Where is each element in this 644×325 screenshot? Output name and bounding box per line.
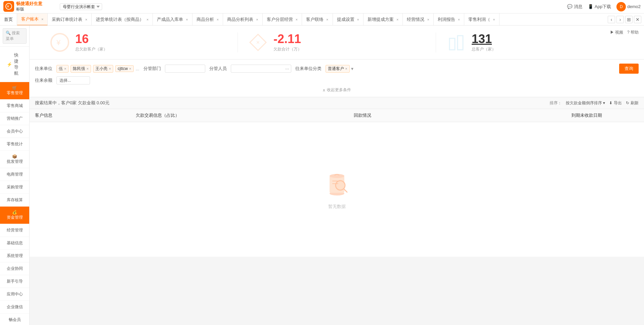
app-download-btn[interactable]: 📱 App下载 bbox=[588, 4, 611, 10]
close-icon[interactable]: × bbox=[357, 17, 359, 22]
close-icon[interactable]: × bbox=[427, 17, 429, 22]
sidebar-item-guide[interactable]: 新手引导 bbox=[0, 275, 29, 288]
close-icon[interactable]: × bbox=[146, 17, 148, 22]
message-btn[interactable]: 💬 消息 bbox=[567, 4, 583, 10]
svg-rect-5 bbox=[449, 38, 455, 50]
collapse-icon: ∧ bbox=[323, 88, 326, 93]
sidebar-item-finance[interactable]: 💰 资金管理 bbox=[0, 207, 29, 224]
col-customer-info: 客户信息 bbox=[35, 112, 136, 118]
sidebar-item-retail-store[interactable]: 零售商城 bbox=[0, 100, 29, 112]
sidebar-item-ecommerce[interactable]: 电商管理 bbox=[0, 168, 29, 181]
tab-more[interactable]: ⊞ bbox=[625, 16, 633, 23]
tab-product-list[interactable]: 商品分析列表 × bbox=[223, 13, 262, 26]
sort-select[interactable]: 按欠款金额倒序排序 ▾ bbox=[566, 100, 605, 106]
sidebar-item-marketing[interactable]: 营销推广 bbox=[0, 112, 29, 125]
close-icon[interactable]: × bbox=[493, 17, 495, 22]
tag-chen-remove[interactable]: × bbox=[86, 67, 88, 71]
wholesale-icon: 📦 bbox=[0, 154, 29, 159]
sidebar-item-basic[interactable]: 基础信息 bbox=[0, 237, 29, 250]
video-btn[interactable]: ▶ 视频 bbox=[610, 30, 623, 35]
sidebar-item-purchase[interactable]: 采购管理 bbox=[0, 181, 29, 194]
sidebar-item-system[interactable]: 系统管理 bbox=[0, 250, 29, 262]
sidebar-item-wholesale[interactable]: 📦 批发管理 bbox=[0, 151, 29, 168]
close-icon[interactable]: × bbox=[296, 17, 298, 22]
basic-label: 基础信息 bbox=[0, 240, 29, 246]
unit-type-arrow[interactable]: ▾ bbox=[351, 66, 353, 71]
header-right: 💬 消息 📱 App下载 D demo2 bbox=[567, 2, 641, 11]
unit-type-remove[interactable]: × bbox=[345, 67, 347, 71]
query-btn[interactable]: 查询 bbox=[619, 64, 639, 74]
tab-business[interactable]: 经营情况 × bbox=[403, 13, 433, 26]
sidebar-item-wechat[interactable]: 企业微信 bbox=[0, 301, 29, 314]
wholesale-label: 批发管理 bbox=[0, 159, 29, 165]
tab-scroll-left[interactable]: ‹ bbox=[608, 16, 615, 23]
close-icon[interactable]: × bbox=[256, 17, 258, 22]
sidebar-item-member[interactable]: 会员中心 bbox=[0, 125, 29, 138]
unit-label: 往来单位 bbox=[35, 66, 52, 72]
close-icon[interactable]: × bbox=[41, 17, 43, 21]
unit-tags: 伍 × 陈民强 × 王小亮 × cjttcw × ... bbox=[56, 65, 139, 73]
product-list-label: 商品分析列表 bbox=[227, 16, 253, 23]
tag-wang-remove[interactable]: × bbox=[109, 67, 111, 71]
retail-stats-label: 零售统计 bbox=[0, 141, 29, 147]
col-due-date: 到期未收款日期 bbox=[571, 112, 639, 118]
close-icon[interactable]: × bbox=[458, 17, 460, 22]
unit-tag-wang: 王小亮 × bbox=[93, 65, 113, 73]
tab-close-all[interactable]: ✕ bbox=[634, 16, 641, 23]
export-btn[interactable]: ⬇ 导出 bbox=[609, 100, 622, 106]
tab-customer-layer[interactable]: 客户分层经营 × bbox=[263, 13, 302, 26]
tab-commission-settings[interactable]: 提成设置 × bbox=[333, 13, 363, 26]
close-icon[interactable]: × bbox=[217, 17, 219, 22]
tab-production[interactable]: 产成品入库单 × bbox=[153, 13, 192, 26]
close-icon[interactable]: × bbox=[186, 17, 188, 22]
results-bar: 搜索结果中，客户0家 欠款金额 0.00元 排序： 按欠款金额倒序排序 ▾ ⬇ … bbox=[30, 97, 644, 109]
tab-purchase-stats[interactable]: 进货单统计表（按商品） × bbox=[92, 13, 153, 26]
sidebar-item-apps[interactable]: 应用中心 bbox=[0, 288, 29, 301]
brand-name: 畅捷通好生意 bbox=[16, 1, 42, 7]
tab-new-commission[interactable]: 新增提成方案 × bbox=[363, 13, 403, 26]
system-label: 系统管理 bbox=[0, 253, 29, 259]
quick-nav-btn[interactable]: ⚡ 快捷导航 bbox=[3, 49, 27, 79]
tag-cj-remove[interactable]: × bbox=[129, 67, 131, 71]
tab-purchase-order[interactable]: 采购订单统计表 × bbox=[48, 13, 91, 26]
collapse-btn[interactable]: ∧ 收起更多条件 bbox=[323, 87, 351, 93]
tab-retail-profit[interactable]: 零售利润（ × bbox=[464, 13, 499, 26]
sidebar-item-vip[interactable]: 畅会员 bbox=[0, 314, 29, 325]
tab-product-analysis[interactable]: 商品分析 × bbox=[192, 13, 223, 26]
balance-select-wrap: 选择... bbox=[56, 76, 90, 84]
tab-home[interactable]: 首页 bbox=[0, 13, 17, 26]
sidebar-item-retail[interactable]: 🛒 零售管理 bbox=[0, 82, 29, 100]
sidebar-item-operations[interactable]: 经营管理 bbox=[0, 224, 29, 237]
search-menu-btn[interactable]: 🔍 搜索菜单 bbox=[3, 28, 27, 44]
user-area[interactable]: D demo2 bbox=[616, 2, 641, 11]
collapse-label: 收起更多条件 bbox=[327, 87, 351, 93]
dept-label: 分管部门 bbox=[143, 66, 161, 72]
dept-select[interactable] bbox=[165, 65, 205, 73]
sidebar-item-collab[interactable]: 企业协同 bbox=[0, 262, 29, 275]
home-tab-label: 首页 bbox=[4, 16, 13, 23]
person-more-btn[interactable]: ··· bbox=[285, 66, 289, 71]
content-area: ▶ 视频 ? 帮助 ¥ 16 总欠款客户（家） bbox=[30, 26, 644, 325]
tab-scroll-right[interactable]: › bbox=[616, 16, 624, 23]
person-input[interactable] bbox=[231, 65, 291, 73]
help-btn[interactable]: ? 帮助 bbox=[627, 30, 639, 35]
tab-customer-ledger[interactable]: 客户账本 × bbox=[17, 13, 48, 26]
stats-controls: ▶ 视频 ? 帮助 bbox=[610, 30, 639, 35]
close-icon[interactable]: × bbox=[326, 17, 328, 22]
tab-profit[interactable]: 利润报告 × bbox=[434, 13, 464, 26]
close-icon[interactable]: × bbox=[396, 17, 398, 22]
more-tags-btn[interactable]: ... bbox=[136, 66, 139, 71]
dept-select-wrap bbox=[165, 65, 205, 73]
close-icon[interactable]: × bbox=[85, 17, 87, 22]
stat-card-debt: ✕ -2.11 欠款合计（万） bbox=[238, 32, 436, 52]
workspace-select[interactable]: 母婴行业演示帐套 bbox=[60, 3, 102, 10]
sidebar-item-inventory[interactable]: 库存核算 bbox=[0, 194, 29, 207]
tag-wu-remove[interactable]: × bbox=[64, 67, 66, 71]
balance-select[interactable]: 选择... bbox=[56, 76, 90, 84]
results-text: 搜索结果中，客户0家 欠款金额 0.00元 bbox=[35, 100, 110, 105]
sidebar-item-retail-stats[interactable]: 零售统计 bbox=[0, 138, 29, 151]
tab-customer-contact[interactable]: 客户联络 × bbox=[302, 13, 333, 26]
purchase-label: 采购管理 bbox=[0, 184, 29, 190]
results-info: 搜索结果中，客户0家 欠款金额 0.00元 bbox=[35, 100, 110, 106]
refresh-btn[interactable]: ↻ 刷新 bbox=[626, 100, 639, 106]
